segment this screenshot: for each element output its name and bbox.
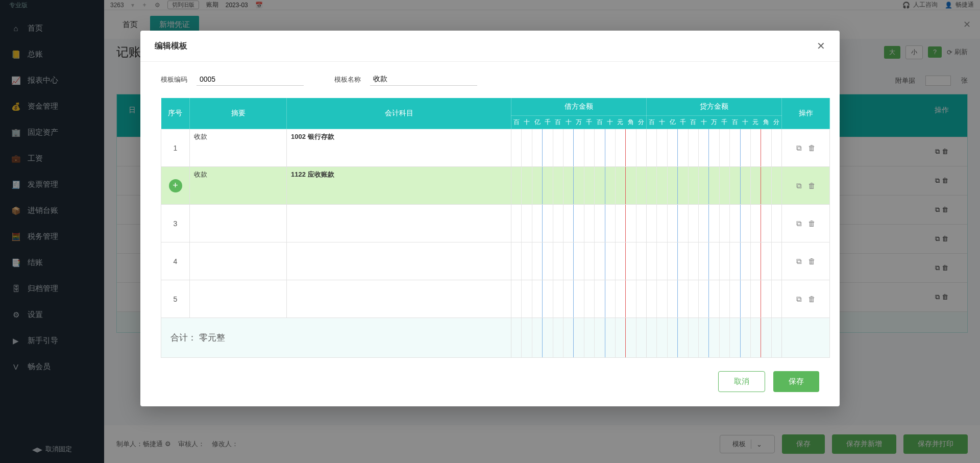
modal-cancel-button[interactable]: 取消 <box>718 371 765 392</box>
row-debit[interactable] <box>511 242 647 280</box>
copy-row-icon[interactable]: ⧉ <box>796 257 802 265</box>
row-account[interactable] <box>287 242 511 280</box>
row-credit[interactable] <box>647 280 782 318</box>
row-summary[interactable] <box>190 205 287 242</box>
row-ops: ⧉🗑 <box>782 167 830 205</box>
unit-cell: 百 <box>595 118 605 127</box>
row-summary[interactable] <box>190 242 287 280</box>
template-row[interactable]: 5⧉🗑 <box>161 280 830 318</box>
row-ops: ⧉🗑 <box>782 205 830 242</box>
total-debit <box>511 318 647 358</box>
row-ops: ⧉🗑 <box>782 129 830 167</box>
total-text: 零元整 <box>199 333 225 343</box>
row-debit[interactable] <box>511 129 647 167</box>
delete-row-icon[interactable]: 🗑 <box>808 257 816 265</box>
template-row[interactable]: 3⧉🗑 <box>161 205 830 242</box>
unit-cell: 百 <box>647 118 657 127</box>
row-account[interactable] <box>287 280 511 318</box>
copy-row-icon[interactable]: ⧉ <box>796 181 802 190</box>
delete-row-icon[interactable]: 🗑 <box>808 295 816 303</box>
modal-save-button[interactable]: 保存 <box>773 371 819 392</box>
th-index: 序号 <box>161 98 190 129</box>
row-index: 3 <box>161 205 190 242</box>
unit-cell: 十 <box>605 118 615 127</box>
unit-cell: 千 <box>584 118 594 127</box>
unit-cell: 十 <box>740 118 750 127</box>
row-summary[interactable]: 收款 <box>190 167 287 205</box>
row-credit[interactable] <box>647 129 782 167</box>
unit-cell: 角 <box>625 118 635 127</box>
row-index: 1 <box>161 129 190 167</box>
total-ops <box>782 318 830 358</box>
unit-cell: 百 <box>511 118 522 127</box>
unit-cell: 十 <box>522 118 532 127</box>
template-table: 序号 摘要 会计科目 借方金额 贷方金额 操作 百十亿千百十万千百十元角分 百十… <box>161 98 830 358</box>
unit-cell: 亿 <box>668 118 678 127</box>
row-debit[interactable] <box>511 205 647 242</box>
modal-header: 编辑模板 ✕ <box>140 31 840 62</box>
total-credit <box>647 318 782 358</box>
row-debit[interactable] <box>511 167 647 205</box>
template-row[interactable]: 1收款1002 银行存款⧉🗑 <box>161 129 830 167</box>
edit-template-modal: 编辑模板 ✕ 模板编码 模板名称 序号 摘要 会计科目 <box>140 31 840 406</box>
row-index: 4 <box>161 242 190 280</box>
unit-cell: 亿 <box>532 118 543 127</box>
unit-cell: 千 <box>678 118 688 127</box>
row-credit[interactable] <box>647 242 782 280</box>
template-code-label: 模板编码 <box>161 75 187 84</box>
th-summary: 摘要 <box>190 98 287 129</box>
row-debit[interactable] <box>511 280 647 318</box>
th-debit-units: 百十亿千百十万千百十元角分 <box>511 116 647 129</box>
unit-cell: 千 <box>719 118 729 127</box>
row-credit[interactable] <box>647 167 782 205</box>
add-row-button[interactable]: + <box>169 179 182 192</box>
row-account[interactable]: 1002 银行存款 <box>287 129 511 167</box>
th-ops: 操作 <box>782 98 830 129</box>
unit-cell: 十 <box>564 118 574 127</box>
th-account: 会计科目 <box>287 98 511 129</box>
unit-cell: 百 <box>553 118 563 127</box>
copy-row-icon[interactable]: ⧉ <box>796 295 802 303</box>
modal-close-button[interactable]: ✕ <box>817 40 825 52</box>
delete-row-icon[interactable]: 🗑 <box>808 143 816 152</box>
unit-cell: 分 <box>636 118 646 127</box>
th-credit: 贷方金额 <box>647 98 782 116</box>
unit-cell: 百 <box>730 118 740 127</box>
th-credit-units: 百十亿千百十万千百十元角分 <box>647 116 782 129</box>
unit-cell: 千 <box>543 118 553 127</box>
delete-row-icon[interactable]: 🗑 <box>808 219 816 228</box>
total-label: 合计： <box>170 333 197 343</box>
row-credit[interactable] <box>647 205 782 242</box>
unit-cell: 十 <box>657 118 667 127</box>
row-ops: ⧉🗑 <box>782 242 830 280</box>
row-index: 5 <box>161 280 190 318</box>
template-code-input[interactable] <box>197 73 304 86</box>
unit-cell: 元 <box>615 118 625 127</box>
copy-row-icon[interactable]: ⧉ <box>796 219 802 228</box>
unit-cell: 元 <box>750 118 761 127</box>
template-name-label: 模板名称 <box>334 75 361 84</box>
template-row[interactable]: 4⧉🗑 <box>161 242 830 280</box>
row-ops: ⧉🗑 <box>782 280 830 318</box>
unit-cell: 角 <box>761 118 771 127</box>
row-index: + <box>161 167 190 205</box>
unit-cell: 万 <box>574 118 584 127</box>
th-debit: 借方金额 <box>511 98 647 116</box>
unit-cell: 万 <box>709 118 719 127</box>
modal-title: 编辑模板 <box>155 41 187 52</box>
unit-cell: 百 <box>688 118 698 127</box>
row-summary[interactable] <box>190 280 287 318</box>
unit-cell: 分 <box>771 118 781 127</box>
total-cell: 合计： 零元整 <box>161 318 511 358</box>
row-summary[interactable]: 收款 <box>190 129 287 167</box>
template-row[interactable]: +收款1122 应收账款⧉🗑 <box>161 167 830 205</box>
unit-cell: 十 <box>699 118 709 127</box>
row-account[interactable]: 1122 应收账款 <box>287 167 511 205</box>
delete-row-icon[interactable]: 🗑 <box>808 181 816 190</box>
copy-row-icon[interactable]: ⧉ <box>796 143 802 152</box>
template-name-input[interactable] <box>370 73 477 86</box>
row-account[interactable] <box>287 205 511 242</box>
